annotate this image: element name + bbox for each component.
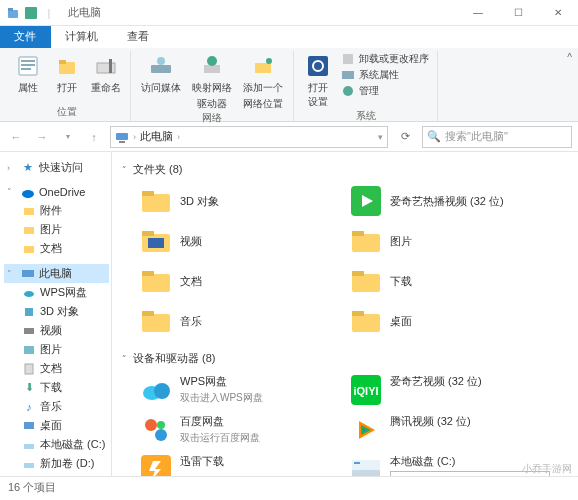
tab-file[interactable]: 文件 xyxy=(0,26,51,48)
tree-item[interactable]: 3D 对象 xyxy=(4,302,109,321)
svg-rect-11 xyxy=(151,65,171,73)
chevron-down-icon: ˅ xyxy=(122,165,127,175)
svg-rect-25 xyxy=(24,208,34,215)
folder-icon xyxy=(22,242,36,256)
drive-name: 百度网盘 xyxy=(180,414,342,429)
svg-rect-51 xyxy=(352,274,380,292)
open-button[interactable]: 打开 xyxy=(49,51,85,95)
doc-icon xyxy=(22,362,36,376)
tab-computer[interactable]: 计算机 xyxy=(51,26,113,48)
svg-rect-1 xyxy=(8,8,13,11)
svg-rect-35 xyxy=(24,444,34,449)
svg-rect-54 xyxy=(142,311,154,316)
svg-rect-19 xyxy=(343,54,353,64)
breadcrumb-item[interactable]: 此电脑 xyxy=(140,129,173,144)
close-button[interactable]: ✕ xyxy=(538,0,578,26)
minimize-button[interactable]: — xyxy=(458,0,498,26)
folder-icon xyxy=(140,225,172,257)
chevron-right-icon: › xyxy=(177,132,180,142)
tree-item[interactable]: 桌面 xyxy=(4,416,109,435)
drives-group-header[interactable]: ˅设备和驱动器 (8) xyxy=(116,347,574,370)
tree-item[interactable]: 新加卷 (D:) xyxy=(4,454,109,473)
system-properties-button[interactable]: 系统属性 xyxy=(339,67,431,83)
folder-name: 音乐 xyxy=(180,314,202,329)
tree-item[interactable]: 视频 xyxy=(4,321,109,340)
tree-item[interactable]: 新加卷 (E:) xyxy=(4,473,109,476)
tree-item[interactable]: 附件 xyxy=(4,201,109,220)
svg-point-12 xyxy=(157,57,165,65)
folder-item[interactable]: 图片 xyxy=(346,221,556,261)
tree-item[interactable]: 本地磁盘 (C:) xyxy=(4,435,109,454)
refresh-button[interactable]: ⟳ xyxy=(394,126,416,148)
svg-rect-49 xyxy=(142,274,170,292)
tree-item[interactable]: 图片 xyxy=(4,340,109,359)
breadcrumb[interactable]: › 此电脑 › ▾ xyxy=(110,126,388,148)
search-input[interactable]: 🔍 搜索"此电脑" xyxy=(422,126,572,148)
drive-item[interactable]: iQIYI爱奇艺视频 (32 位) xyxy=(346,370,556,410)
tree-item[interactable]: WPS网盘 xyxy=(4,283,109,302)
breadcrumb-dropdown-icon[interactable]: ▾ xyxy=(378,132,383,142)
drive-icon xyxy=(350,414,382,446)
folder-name: 桌面 xyxy=(390,314,412,329)
folder-icon xyxy=(140,265,172,297)
chevron-down-icon[interactable]: ˅ xyxy=(7,269,17,279)
folders-group-header[interactable]: ˅文件夹 (8) xyxy=(116,158,574,181)
folder-item[interactable]: 音乐 xyxy=(136,301,346,341)
svg-rect-28 xyxy=(22,270,34,277)
svg-rect-45 xyxy=(142,231,154,236)
history-dropdown[interactable]: ▾ xyxy=(58,127,78,147)
drive-status: 双击进入WPS网盘 xyxy=(180,391,342,405)
folder-item[interactable]: 下载 xyxy=(346,261,556,301)
tree-item[interactable]: 文档 xyxy=(4,359,109,378)
music-icon: ♪ xyxy=(22,400,36,414)
tree-item[interactable]: ♪音乐 xyxy=(4,397,109,416)
folder-item[interactable]: 爱奇艺热播视频 (32 位) xyxy=(346,181,556,221)
qat-divider: | xyxy=(42,6,56,20)
tree-quick-access[interactable]: ›★快速访问 xyxy=(4,158,109,177)
uninstall-programs-button[interactable]: 卸载或更改程序 xyxy=(339,51,431,67)
forward-button[interactable]: → xyxy=(32,127,52,147)
drive-item[interactable]: 迅雷下载 xyxy=(136,450,346,476)
svg-rect-27 xyxy=(24,246,34,253)
tree-this-pc[interactable]: ˅此电脑 xyxy=(4,264,109,283)
svg-rect-71 xyxy=(354,462,360,464)
tree-onedrive[interactable]: ˅OneDrive xyxy=(4,183,109,201)
search-placeholder: 搜索"此电脑" xyxy=(445,129,508,144)
drive-item[interactable]: 腾讯视频 (32 位) xyxy=(346,410,556,450)
drive-item[interactable]: 百度网盘双击运行百度网盘 xyxy=(136,410,346,450)
folder-name: 爱奇艺热播视频 (32 位) xyxy=(390,194,504,209)
open-settings-button[interactable]: 打开 设置 xyxy=(300,51,336,109)
manage-button[interactable]: 管理 xyxy=(339,83,431,99)
svg-rect-30 xyxy=(25,308,33,316)
group-network-label: 网络 xyxy=(202,111,222,127)
tree-item[interactable]: 文档 xyxy=(4,239,109,258)
up-button[interactable]: ↑ xyxy=(84,127,104,147)
tab-view[interactable]: 查看 xyxy=(113,26,164,48)
desktop-icon xyxy=(22,419,36,433)
drive-item[interactable]: WPS网盘双击进入WPS网盘 xyxy=(136,370,346,410)
maximize-button[interactable]: ☐ xyxy=(498,0,538,26)
collapse-ribbon-icon[interactable]: ^ xyxy=(567,52,572,63)
tree-item[interactable]: 图片 xyxy=(4,220,109,239)
drive-icon xyxy=(350,454,382,476)
back-button[interactable]: ← xyxy=(6,127,26,147)
chevron-right-icon[interactable]: › xyxy=(7,163,17,173)
folder-item[interactable]: 桌面 xyxy=(346,301,556,341)
svg-rect-46 xyxy=(148,238,164,248)
access-media-button[interactable]: 访问媒体 xyxy=(137,51,185,95)
drive-name: 爱奇艺视频 (32 位) xyxy=(390,374,552,389)
folder-item[interactable]: 文档 xyxy=(136,261,346,301)
tree-item[interactable]: ⬇下载 xyxy=(4,378,109,397)
svg-rect-33 xyxy=(25,364,33,374)
folder-item[interactable]: 视频 xyxy=(136,221,346,261)
rename-button[interactable]: 重命名 xyxy=(88,51,124,95)
folder-item[interactable]: 3D 对象 xyxy=(136,181,346,221)
properties-button[interactable]: 属性 xyxy=(10,51,46,95)
chevron-right-icon: › xyxy=(133,132,136,142)
svg-rect-4 xyxy=(21,60,35,62)
svg-rect-8 xyxy=(59,60,66,64)
add-network-location-button[interactable]: 添加一个网络位置 xyxy=(239,51,287,111)
map-drive-button[interactable]: 映射网络驱动器 xyxy=(188,51,236,111)
chevron-down-icon[interactable]: ˅ xyxy=(7,187,17,197)
qat-save-icon[interactable] xyxy=(24,6,38,20)
